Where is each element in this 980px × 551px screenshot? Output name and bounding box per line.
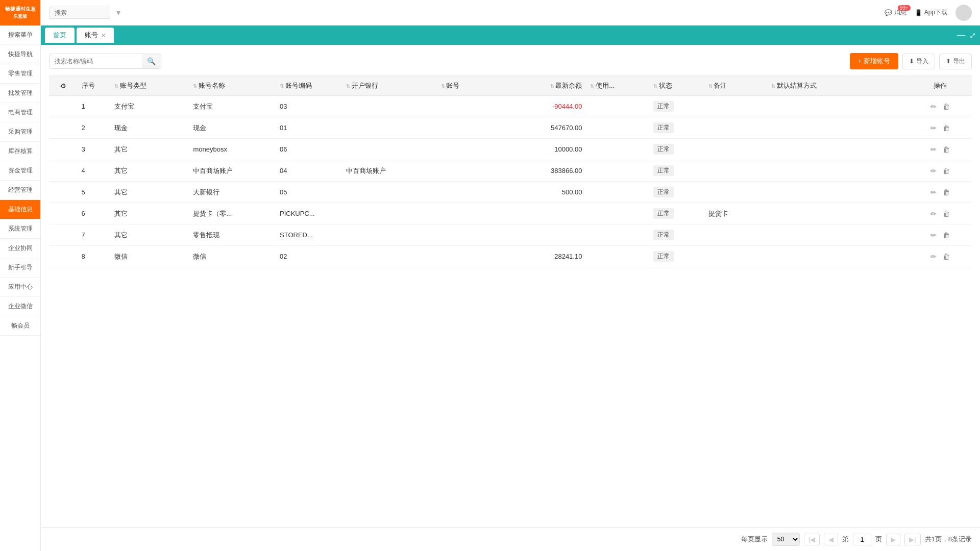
row-balance: -90444.00 [500, 96, 586, 117]
page-first-button[interactable]: |◀ [804, 534, 820, 545]
table-row: 5 其它 大新银行 05 500.00 正常 ✏ 🗑 [49, 182, 972, 203]
sidebar-item-fund-mgmt[interactable]: 资金管理 [0, 161, 40, 181]
search-wrap: 🔍 [49, 54, 161, 69]
delete-button[interactable]: 🗑 [941, 252, 952, 262]
user-avatar[interactable] [955, 5, 972, 21]
sidebar-item-app-center[interactable]: 应用中心 [0, 278, 40, 297]
tab-accounts[interactable]: 账号 ✕ [77, 28, 114, 43]
sidebar-item-retail-mgmt[interactable]: 零售管理 [0, 64, 40, 84]
search-input[interactable] [50, 55, 142, 68]
row-settings [49, 182, 78, 203]
page-last-button[interactable]: ▶| [904, 534, 920, 545]
sort-icon: ⇅ [193, 83, 199, 89]
row-settings [49, 117, 78, 139]
row-account [437, 182, 500, 203]
row-balance: 500.00 [500, 182, 586, 203]
message-button[interactable]: 💬 消息 99+ [885, 8, 906, 17]
delete-button[interactable]: 🗑 [941, 123, 952, 133]
app-download-button[interactable]: 📱 App下载 [915, 8, 947, 17]
top-search-dropdown[interactable]: ▾ [116, 8, 120, 17]
top-bar: ▾ 💬 消息 99+ 📱 App下载 [41, 0, 980, 26]
col-type[interactable]: ⇅ 账号类型 [110, 76, 189, 96]
export-button[interactable]: ⬆ 导出 [939, 54, 972, 69]
delete-button[interactable]: 🗑 [941, 187, 952, 197]
edit-button[interactable]: ✏ [928, 102, 939, 112]
col-code[interactable]: ⇅ 账号编码 [276, 76, 342, 96]
sidebar-item-search-menu[interactable]: 搜索菜单 [0, 26, 40, 45]
row-usage [586, 182, 649, 203]
row-account [437, 96, 500, 117]
sidebar-item-wholesale-mgmt[interactable]: 批发管理 [0, 84, 40, 103]
row-remark [704, 139, 767, 160]
edit-button[interactable]: ✏ [928, 166, 939, 176]
sidebar-item-member[interactable]: 畅会员 [0, 316, 40, 336]
edit-button[interactable]: ✏ [928, 230, 939, 240]
tab-home[interactable]: 首页 [45, 28, 75, 43]
search-button[interactable]: 🔍 [142, 54, 161, 68]
add-account-button[interactable]: + 新增账号 [850, 53, 898, 69]
status-badge: 正常 [653, 208, 674, 219]
import-button[interactable]: ⬇ 导入 [902, 54, 935, 69]
sidebar-item-operation-mgmt[interactable]: 经营管理 [0, 181, 40, 200]
row-name: 大新银行 [189, 182, 276, 203]
row-account [437, 224, 500, 246]
delete-button[interactable]: 🗑 [941, 230, 952, 240]
col-default[interactable]: ⇅ 默认结算方式 [767, 76, 909, 96]
top-search-input[interactable] [49, 7, 110, 19]
sidebar-item-purchase-mgmt[interactable]: 采购管理 [0, 122, 40, 142]
row-settings [49, 139, 78, 160]
sidebar-item-inventory-check[interactable]: 库存核算 [0, 142, 40, 161]
delete-button[interactable]: 🗑 [941, 209, 952, 219]
sidebar-item-quick-nav[interactable]: 快捷导航 [0, 45, 40, 64]
table-row: 2 现金 现金 01 547670.00 正常 ✏ 🗑 [49, 117, 972, 139]
delete-button[interactable]: 🗑 [941, 144, 952, 155]
tab-expand-icon[interactable]: ⤢ [969, 31, 976, 40]
row-type: 现金 [110, 117, 189, 139]
account-table: ⚙ 序号 ⇅ 账号类型 ⇅ 账号名称 ⇅ 账号编码 ⇅ 开户银行 ⇅ 账号 ⇅ … [49, 76, 972, 267]
edit-button[interactable]: ✏ [928, 252, 939, 262]
row-status: 正常 [649, 160, 704, 182]
edit-button[interactable]: ✏ [928, 123, 939, 133]
edit-button[interactable]: ✏ [928, 209, 939, 219]
col-bank[interactable]: ⇅ 开户银行 [342, 76, 436, 96]
toolbar: 🔍 + 新增账号 ⬇ 导入 ⬆ 导出 [49, 53, 972, 69]
col-account[interactable]: ⇅ 账号 [437, 76, 500, 96]
sidebar-item-basic-info[interactable]: 基础信息 [0, 200, 40, 219]
row-action: ✏ 🗑 [909, 117, 972, 139]
col-settings[interactable]: ⚙ [49, 76, 78, 96]
sidebar-item-beginner-guide[interactable]: 新手引导 [0, 258, 40, 278]
delete-button[interactable]: 🗑 [941, 166, 952, 176]
row-code: PICKUPC... [276, 203, 342, 224]
col-remark[interactable]: ⇅ 备注 [704, 76, 767, 96]
sidebar-item-enterprise-wechat[interactable]: 企业微信 [0, 297, 40, 316]
edit-button[interactable]: ✏ [928, 144, 939, 155]
sidebar-item-system-mgmt[interactable]: 系统管理 [0, 219, 40, 239]
col-balance[interactable]: ⇅ 最新余额 [500, 76, 586, 96]
edit-button[interactable]: ✏ [928, 187, 939, 197]
col-status[interactable]: ⇅ 状态 [649, 76, 704, 96]
row-code: 04 [276, 160, 342, 182]
page-next-button[interactable]: ▶ [886, 534, 900, 545]
sidebar-item-enterprise-agreement[interactable]: 企业协同 [0, 239, 40, 258]
row-remark [704, 117, 767, 139]
row-code: STORED... [276, 224, 342, 246]
status-badge: 正常 [653, 187, 674, 197]
col-usage[interactable]: ⇅ 使用... [586, 76, 649, 96]
table-header-row: ⚙ 序号 ⇅ 账号类型 ⇅ 账号名称 ⇅ 账号编码 ⇅ 开户银行 ⇅ 账号 ⇅ … [49, 76, 972, 96]
col-name[interactable]: ⇅ 账号名称 [189, 76, 276, 96]
row-no: 7 [78, 224, 111, 246]
app-download-label: App下载 [924, 8, 947, 17]
sort-icon: ⇅ [346, 83, 352, 89]
row-status: 正常 [649, 96, 704, 117]
tab-close-icon[interactable]: ✕ [101, 32, 106, 39]
row-bank [342, 224, 436, 246]
sidebar-logo: 畅捷通时生意 乐意版 [0, 0, 40, 26]
tab-minimize-icon[interactable]: — [957, 31, 965, 40]
delete-button[interactable]: 🗑 [941, 102, 952, 112]
page-prev-button[interactable]: ◀ [824, 534, 838, 545]
page-input[interactable] [853, 534, 871, 545]
page-size-select[interactable]: 50 100 200 [772, 533, 800, 546]
row-status: 正常 [649, 182, 704, 203]
row-no: 6 [78, 203, 111, 224]
sidebar-item-ecommerce-mgmt[interactable]: 电商管理 [0, 103, 40, 122]
